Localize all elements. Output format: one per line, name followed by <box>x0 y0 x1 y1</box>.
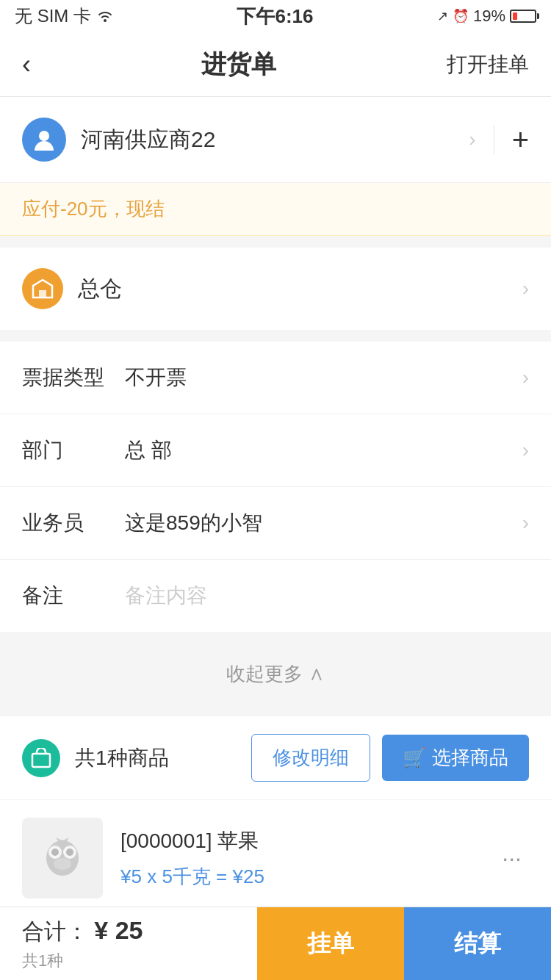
collapse-bar[interactable]: 收起更多 ∧ <box>0 644 551 705</box>
warehouse-card[interactable]: 总仓 › <box>0 248 551 330</box>
products-count: 共1种商品 <box>75 744 251 772</box>
svg-point-8 <box>54 858 71 870</box>
department-chevron-icon: › <box>522 439 529 462</box>
invoice-label: 票据类型 <box>22 364 125 392</box>
add-supplier-button[interactable]: + <box>512 123 529 156</box>
status-time: 下午6:16 <box>237 4 313 29</box>
divider <box>494 125 494 154</box>
product-info: [0000001] 苹果 ¥5 x 5千克 = ¥25 <box>120 827 494 890</box>
status-left: 无 SIM 卡 <box>15 4 113 28</box>
salesperson-label: 业务员 <box>22 509 125 537</box>
total-label: 合计： <box>22 919 88 943</box>
location-icon: ↗ <box>437 8 448 24</box>
warehouse-name: 总仓 <box>78 274 522 304</box>
checkout-button[interactable]: 结算 <box>404 907 551 980</box>
alarm-icon: ⏰ <box>453 8 469 24</box>
remark-input[interactable]: 备注内容 <box>125 582 529 610</box>
invoice-value: 不开票 <box>125 364 522 392</box>
carrier-text: 无 SIM 卡 <box>15 4 91 28</box>
equals-sign: = <box>216 865 232 887</box>
quantity-value: 5千克 <box>162 865 210 887</box>
battery-icon <box>510 10 536 23</box>
total-sub: 共1种 <box>22 950 235 972</box>
notice-text: 应付-20元，现结 <box>22 198 165 220</box>
warehouse-row[interactable]: 总仓 › <box>0 248 551 330</box>
product-code: [0000001] <box>120 829 217 852</box>
price-value: ¥5 x <box>120 865 162 887</box>
supplier-row[interactable]: 河南供应商22 › + <box>0 97 551 183</box>
edit-detail-button[interactable]: 修改明细 <box>251 734 370 782</box>
department-label: 部门 <box>22 436 125 464</box>
remark-label: 备注 <box>22 582 125 610</box>
status-bar: 无 SIM 卡 下午6:16 ↗ ⏰ 19% <box>0 0 551 32</box>
product-name: [0000001] 苹果 <box>120 827 494 855</box>
chevron-right-icon: › <box>469 128 475 151</box>
product-price: ¥5 x 5千克 = ¥25 <box>120 864 494 890</box>
status-right: ↗ ⏰ 19% <box>437 7 536 26</box>
hang-button[interactable]: 挂单 <box>257 907 404 980</box>
collapse-label: 收起更多 ∧ <box>226 663 324 685</box>
supplier-avatar <box>22 118 66 162</box>
cart-icon: 🛒 <box>403 746 426 769</box>
svg-point-0 <box>39 131 49 141</box>
product-thumbnail <box>22 818 103 898</box>
nav-bar: ‹ 进货单 打开挂单 <box>0 32 551 97</box>
products-icon <box>22 739 60 777</box>
invoice-chevron-icon: › <box>522 366 529 389</box>
supplier-card: 河南供应商22 › + 应付-20元，现结 <box>0 97 551 236</box>
open-pending-button[interactable]: 打开挂单 <box>447 51 529 79</box>
notice-bar: 应付-20元，现结 <box>0 183 551 236</box>
total-section: 合计： ¥ 25 共1种 <box>0 907 257 980</box>
main-content: 河南供应商22 › + 应付-20元，现结 总仓 › 票据类型 不开票 › 部门… <box>0 97 551 980</box>
total-main: 合计： ¥ 25 <box>22 916 235 947</box>
bottom-bar: 合计： ¥ 25 共1种 挂单 结算 <box>0 907 551 980</box>
select-product-label: 选择商品 <box>432 745 508 771</box>
invoice-row[interactable]: 票据类型 不开票 › <box>0 342 551 414</box>
wifi-icon <box>97 6 113 26</box>
page-title: 进货单 <box>201 48 276 82</box>
salesperson-value: 这是859的小智 <box>125 509 522 537</box>
department-value: 总 部 <box>125 436 522 464</box>
svg-point-6 <box>51 849 59 856</box>
product-more-button[interactable]: ··· <box>494 837 529 879</box>
select-product-button[interactable]: 🛒 选择商品 <box>382 735 529 781</box>
product-owl-icon <box>37 829 88 887</box>
svg-rect-2 <box>32 754 50 767</box>
svg-rect-1 <box>39 290 46 298</box>
back-button[interactable]: ‹ <box>22 49 31 80</box>
form-card: 票据类型 不开票 › 部门 总 部 › 业务员 这是859的小智 › 备注 备注… <box>0 342 551 632</box>
total-amount: ¥ 25 <box>94 916 143 944</box>
warehouse-icon <box>22 268 63 309</box>
warehouse-chevron-icon: › <box>522 277 529 300</box>
battery-percent: 19% <box>473 7 505 26</box>
department-row[interactable]: 部门 总 部 › <box>0 414 551 486</box>
product-item: [0000001] 苹果 ¥5 x 5千克 = ¥25 ··· <box>0 800 551 916</box>
product-title: 苹果 <box>217 829 259 852</box>
products-header: 共1种商品 修改明细 🛒 选择商品 <box>0 716 551 799</box>
salesperson-chevron-icon: › <box>522 511 529 535</box>
total-value: ¥25 <box>233 865 264 887</box>
remark-row[interactable]: 备注 备注内容 <box>0 559 551 632</box>
supplier-name: 河南供应商22 <box>81 125 469 155</box>
svg-point-7 <box>66 849 73 856</box>
salesperson-row[interactable]: 业务员 这是859的小智 › <box>0 486 551 559</box>
